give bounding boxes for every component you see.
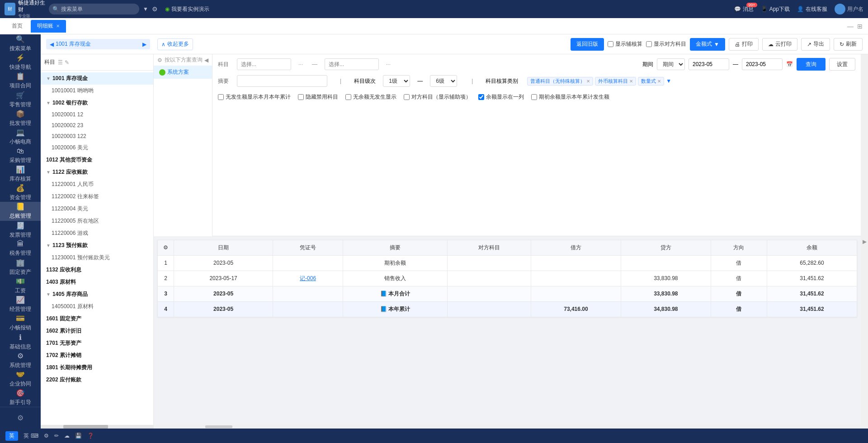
- tab-ledger[interactable]: 明细账 ✕: [31, 20, 66, 33]
- tree-edit-icon[interactable]: ✎: [65, 59, 69, 66]
- right-collapse-panel[interactable]: ▶: [861, 54, 868, 429]
- settings-icon[interactable]: ⚙: [152, 5, 158, 13]
- query-option-system[interactable]: 系统方案: [154, 66, 212, 79]
- status-item-cloud-sync[interactable]: ☁: [64, 433, 70, 439]
- subject-level-to-select[interactable]: 6级: [430, 75, 457, 87]
- back-old-version-button[interactable]: 返回旧版: [571, 38, 604, 51]
- status-item-cloud-backup[interactable]: 💾: [75, 433, 82, 439]
- tree-item-10010001[interactable]: 10010001 哟哟哟: [41, 85, 153, 97]
- status-item-keyboard[interactable]: 英: [5, 431, 18, 441]
- tab-home[interactable]: 首页: [5, 20, 29, 33]
- sidebar-item-salary[interactable]: 💵 工资: [0, 276, 41, 295]
- tree-item-1132[interactable]: 1132 应收利息: [41, 264, 153, 276]
- tree-item-1701[interactable]: 1701 无形资产: [41, 337, 153, 349]
- export-button[interactable]: ↗ 导出: [801, 38, 830, 51]
- user-avatar[interactable]: 用户名: [835, 4, 863, 14]
- tree-item-11220002[interactable]: 11220002 往来标签: [41, 191, 153, 203]
- status-item-settings[interactable]: ⚙: [44, 433, 49, 439]
- sidebar-item-enterprise[interactable]: 🤝 企业协同: [0, 370, 41, 388]
- sidebar-item-retail[interactable]: 🛒 零售管理: [0, 90, 41, 109]
- status-item-lang[interactable]: 英 ⌨: [24, 432, 38, 440]
- tree-item-1001[interactable]: ▼ 1001 库存现金: [41, 72, 153, 85]
- tree-item-1122[interactable]: ▼ 1122 应收账款: [41, 166, 153, 178]
- tree-item-11220006[interactable]: 11220006 游戏: [41, 227, 153, 239]
- table-scrollbar[interactable]: [154, 425, 861, 429]
- subject-input-end[interactable]: [325, 58, 379, 70]
- sidebar-item-project[interactable]: 📋 项目合同: [0, 71, 41, 90]
- sidebar-item-ledger[interactable]: 📒 总账管理: [0, 202, 41, 220]
- checkbox-no-balance[interactable]: 无余额无发生显示: [345, 93, 396, 101]
- selected-account-display[interactable]: ◀ 1001 库存现金 ▶: [46, 39, 150, 49]
- sidebar-settings-button[interactable]: ⚙: [0, 407, 41, 429]
- settings-button[interactable]: 设置: [829, 58, 855, 71]
- sidebar-item-system[interactable]: ⚙ 系统管理: [0, 351, 41, 370]
- tree-item-1801[interactable]: 1801 长期待摊费用: [41, 362, 153, 374]
- sidebar-item-operations[interactable]: 📈 经营管理: [0, 295, 41, 314]
- show-aux-checkbox[interactable]: 显示辅核算: [608, 40, 642, 48]
- calendar-icon[interactable]: 📅: [786, 61, 793, 67]
- tree-item-10020002[interactable]: 10020002 23: [41, 120, 153, 131]
- show-counterpart-checkbox[interactable]: 显示对方科目: [646, 40, 686, 48]
- amount-mode-button[interactable]: 金额式 ▼: [690, 38, 725, 51]
- tree-scroll-thumb[interactable]: [63, 425, 108, 429]
- status-item-help[interactable]: ❓: [87, 433, 94, 439]
- expand-more-button[interactable]: ∧ 收起更多: [157, 38, 193, 50]
- tree-item-1403[interactable]: 1403 原材料: [41, 276, 153, 288]
- table-scroll-thumb[interactable]: [205, 425, 232, 428]
- subject-level-from-select[interactable]: 1级: [383, 75, 410, 87]
- period-end-input[interactable]: [742, 58, 783, 70]
- tab-minimize-icon[interactable]: —: [847, 23, 854, 30]
- checkbox-opening-ytd[interactable]: 期初余额显示本年累计发生额: [531, 93, 609, 101]
- subject-type-dropdown[interactable]: ▼: [666, 78, 671, 84]
- query-collapse-icon[interactable]: ◀: [204, 57, 208, 63]
- sidebar-item-purchase[interactable]: 🛍 采购管理: [0, 146, 41, 165]
- tree-item-1123[interactable]: ▼ 1123 预付账款: [41, 239, 153, 252]
- summary-input[interactable]: [237, 75, 327, 87]
- dropdown-arrow[interactable]: ▼: [143, 6, 148, 12]
- sidebar-item-quick-nav[interactable]: ⚡ 快捷导航: [0, 53, 41, 71]
- sidebar-item-invoice[interactable]: 🧾 发票管理: [0, 221, 41, 239]
- checkbox-counterpart-show[interactable]: 对方科目（显示辅助项）: [404, 93, 471, 101]
- sidebar-item-ecommerce[interactable]: 💻 小畅电商: [0, 128, 41, 146]
- period-start-input[interactable]: [689, 58, 729, 70]
- app-download-button[interactable]: 📱 App下载: [761, 5, 790, 13]
- sidebar-item-search[interactable]: 🔍 搜索菜单: [0, 34, 41, 53]
- search-box[interactable]: 🔍 搜索菜单: [49, 4, 139, 14]
- period-type-select[interactable]: 期间: [657, 58, 685, 70]
- sidebar-item-inventory[interactable]: 📊 库存核算: [0, 165, 41, 183]
- tree-item-1002[interactable]: ▼ 1002 银行存款: [41, 97, 153, 109]
- cloud-print-button[interactable]: ☁ 云打印: [762, 38, 797, 51]
- query-settings-icon[interactable]: ⚙: [157, 57, 162, 63]
- tree-item-1702[interactable]: 1702 累计摊销: [41, 349, 153, 362]
- tree-list-icon[interactable]: ☰: [58, 59, 63, 66]
- tree-scrollbar[interactable]: [41, 425, 153, 429]
- tree-item-10020003[interactable]: 10020003 122: [41, 131, 153, 142]
- message-button[interactable]: 💬 消息 99+: [734, 5, 754, 13]
- tree-item-11230001[interactable]: 11230001 预付账款美元: [41, 252, 153, 264]
- tree-item-1405[interactable]: ▼ 1405 库存商品: [41, 288, 153, 300]
- checkbox-no-amount[interactable]: 无发生额显示本月本年累计: [218, 93, 291, 101]
- sidebar-item-tax[interactable]: 🏛 税务管理: [0, 239, 41, 258]
- sidebar-item-fixed-assets[interactable]: 🏢 固定资产: [0, 258, 41, 276]
- sidebar-item-wholesale[interactable]: 📦 批发管理: [0, 109, 41, 128]
- demo-link[interactable]: ◉ 我要看实例演示: [165, 5, 209, 13]
- tab-maximize-icon[interactable]: ⊞: [857, 23, 863, 30]
- sidebar-item-fund[interactable]: 💰 资金管理: [0, 183, 41, 202]
- voucher-link[interactable]: 记-006: [300, 275, 316, 281]
- checkbox-balance-one-col[interactable]: 余额显示在一列: [478, 93, 524, 101]
- online-service-button[interactable]: 👤 在线客服: [797, 5, 827, 13]
- tree-item-14050001[interactable]: 14050001 原材料: [41, 300, 153, 313]
- status-item-edit[interactable]: ✏: [54, 433, 59, 439]
- tree-item-11220001[interactable]: 11220001 人民币: [41, 178, 153, 191]
- print-button[interactable]: 🖨 打印: [729, 38, 759, 51]
- tree-item-1012[interactable]: 1012 其他货币资金: [41, 154, 153, 166]
- subject-input[interactable]: [237, 58, 291, 70]
- tree-item-2202[interactable]: 2202 应付账款: [41, 374, 153, 386]
- query-button[interactable]: 查询: [797, 58, 826, 71]
- tree-item-10020001[interactable]: 10020001 12: [41, 109, 153, 120]
- refresh-button[interactable]: ↻ 刷新: [834, 38, 863, 51]
- tree-item-11220005[interactable]: 11220005 所在地区: [41, 215, 153, 227]
- tree-item-11220004[interactable]: 11220004 美元: [41, 203, 153, 215]
- tree-item-1602[interactable]: 1602 累计折旧: [41, 325, 153, 337]
- checkbox-hide-disabled[interactable]: 隐藏禁用科目: [298, 93, 338, 101]
